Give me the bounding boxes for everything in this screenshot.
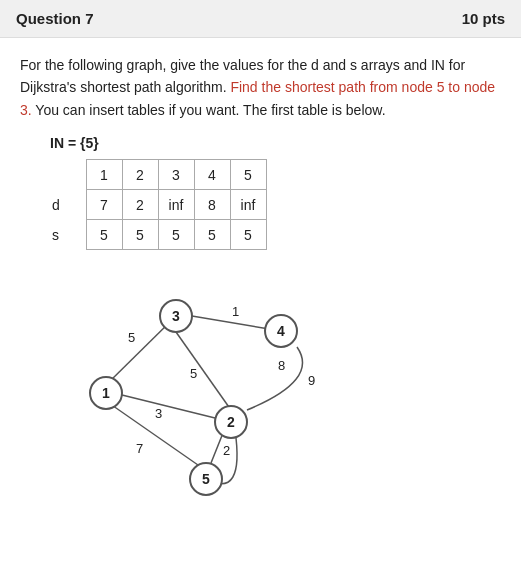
s-5: 5 — [230, 220, 266, 250]
highlight-text: Find the shortest path from node 5 to no… — [20, 79, 495, 117]
d-5: inf — [230, 190, 266, 220]
col-header-3: 3 — [158, 160, 194, 190]
question-header: Question 7 10 pts — [0, 0, 521, 38]
edge-label-3-4: 1 — [232, 304, 239, 319]
content-area: For the following graph, give the values… — [0, 38, 521, 516]
col-header-2: 2 — [122, 160, 158, 190]
edge-label-4-2: 9 — [308, 373, 315, 388]
edge-label-1-3: 5 — [128, 330, 135, 345]
d-4: 8 — [194, 190, 230, 220]
edge-label-1-2: 3 — [155, 406, 162, 421]
node-4-label: 4 — [277, 323, 285, 339]
node-2-label: 2 — [227, 414, 235, 430]
dijkstra-table: 1 2 3 4 5 d 7 2 inf 8 inf s 5 5 5 5 5 — [50, 159, 267, 250]
row-label-d: d — [50, 190, 86, 220]
question-title: Question 7 — [16, 10, 94, 27]
node-3-label: 3 — [172, 308, 180, 324]
d-2: 2 — [122, 190, 158, 220]
svg-line-2 — [176, 332, 231, 410]
graph-container: 5 1 5 9 3 7 2 8 1 2 3 — [40, 270, 360, 500]
s-2: 5 — [122, 220, 158, 250]
in-set-label: IN = {5} — [50, 135, 501, 151]
table-header-row: 1 2 3 4 5 — [50, 160, 266, 190]
col-header-4: 4 — [194, 160, 230, 190]
d-3: inf — [158, 190, 194, 220]
node-1-label: 1 — [102, 385, 110, 401]
table-corner-cell — [50, 160, 86, 190]
s-4: 5 — [194, 220, 230, 250]
svg-line-3 — [122, 395, 215, 418]
graph-svg: 5 1 5 9 3 7 2 8 1 2 3 — [40, 270, 360, 500]
svg-line-5 — [211, 433, 223, 463]
edge-label-3-2: 5 — [190, 366, 197, 381]
d-1: 7 — [86, 190, 122, 220]
edge-label-2-5: 2 — [223, 443, 230, 458]
edge-label-4-2-arc: 8 — [278, 358, 285, 373]
table-row-d: d 7 2 inf 8 inf — [50, 190, 266, 220]
s-3: 5 — [158, 220, 194, 250]
col-header-1: 1 — [86, 160, 122, 190]
col-header-5: 5 — [230, 160, 266, 190]
s-1: 5 — [86, 220, 122, 250]
table-row-s: s 5 5 5 5 5 — [50, 220, 266, 250]
row-label-s: s — [50, 220, 86, 250]
points-label: 10 pts — [462, 10, 505, 27]
node-5-label: 5 — [202, 471, 210, 487]
question-description: For the following graph, give the values… — [20, 54, 501, 121]
edge-label-1-5: 7 — [136, 441, 143, 456]
